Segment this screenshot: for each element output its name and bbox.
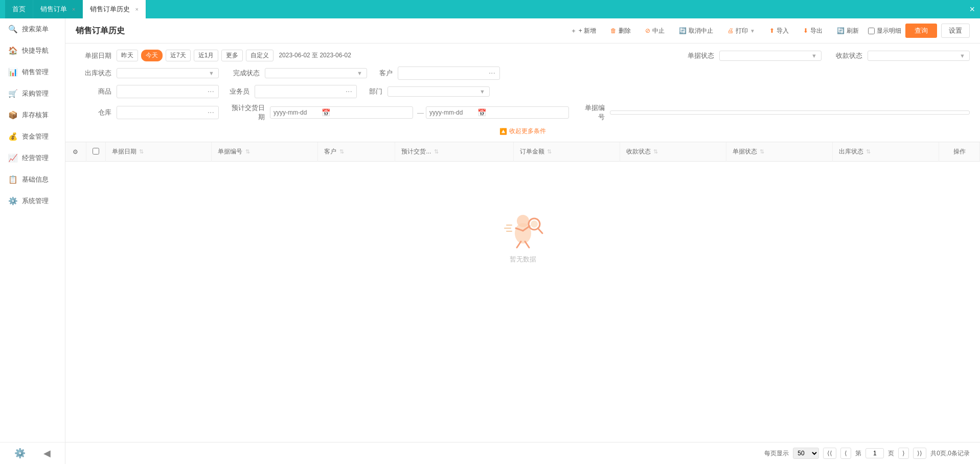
salesperson-input[interactable]: ··· (255, 85, 357, 98)
purchase-mgmt-icon: 🛒 (8, 89, 18, 98)
sidebar-settings-icon[interactable]: ⚙️ (14, 448, 26, 459)
capital-mgmt-icon: 💰 (8, 132, 18, 141)
per-page-select[interactable]: 50 10 20 100 (793, 448, 819, 459)
page-number-input[interactable] (865, 448, 884, 458)
th-out-status[interactable]: 出库状态 ⇅ (832, 142, 939, 162)
date-btn-7days[interactable]: 近7天 (166, 50, 191, 61)
dense-display-checkbox[interactable] (868, 28, 875, 34)
query-button[interactable]: 查询 (905, 24, 937, 38)
export-button[interactable]: ⬇ 导出 (798, 25, 828, 37)
tab-sales-order[interactable]: 销售订单 × (33, 0, 83, 18)
th-settings[interactable]: ⚙ (65, 142, 86, 162)
date-dash: — (417, 109, 424, 117)
last-page-button[interactable]: ⟩⟩ (913, 448, 926, 459)
date-btn-custom[interactable]: 自定义 (246, 50, 274, 61)
receipt-status-select[interactable]: ▼ (868, 51, 970, 61)
date-btn-today[interactable]: 今天 (141, 50, 163, 61)
print-button[interactable]: 🖨 打印 ▼ (722, 25, 760, 37)
expected-date-to-group: 📅 (426, 106, 569, 119)
tab-sales-order-close[interactable]: × (72, 6, 75, 12)
sidebar-item-sys-mgmt[interactable]: ⚙️ 系统管理 (0, 190, 65, 212)
filter-row-2: 出库状态 ▼ 完成状态 ▼ 客户 ··· (76, 67, 970, 80)
top-bar: 首页 销售订单 × 销售订单历史 × × (0, 0, 980, 18)
bill-no-input[interactable] (610, 111, 970, 115)
filter-area: 单据日期 昨天 今天 近7天 近1月 更多 自定义 2023-06-02 至 2… (65, 43, 980, 142)
customer-input[interactable]: ··· (398, 67, 500, 80)
sidebar-item-ops-mgmt[interactable]: 📈 经营管理 (0, 147, 65, 169)
set-button[interactable]: 设置 (941, 24, 970, 38)
cancel-stop-icon: 🔄 (679, 27, 687, 34)
sys-mgmt-icon: ⚙️ (8, 196, 18, 206)
order-amount-sort-icon: ⇅ (547, 148, 552, 154)
page-header: 销售订单历史 ＋ + 新增 🗑 删除 ⊘ 中止 🔄 取消中止 (65, 18, 980, 43)
add-button[interactable]: ＋ + 新增 (565, 25, 601, 37)
expected-date-to-input[interactable] (429, 109, 475, 116)
department-select[interactable]: ▼ (388, 86, 490, 97)
date-btn-yesterday[interactable]: 昨天 (117, 50, 138, 61)
calendar-from-icon[interactable]: 📅 (322, 108, 330, 117)
filter-row-4: 仓库 ··· 预计交货日期 📅 — 📅 单据编号 (76, 103, 970, 122)
th-date[interactable]: 单据日期 ⇅ (105, 142, 212, 162)
calendar-to-icon[interactable]: 📅 (477, 108, 486, 117)
dense-display-label: 显示明细 (868, 27, 901, 35)
department-label: 部门 (367, 87, 388, 96)
warehouse-picker-icon[interactable]: ··· (208, 108, 214, 117)
tab-sales-order-history[interactable]: 销售订单历史 × (83, 0, 146, 18)
tab-sales-order-history-close[interactable]: × (135, 6, 138, 12)
customer-picker-icon[interactable]: ··· (489, 69, 495, 78)
import-button[interactable]: ⬆ 导入 (764, 25, 794, 37)
th-bill-status[interactable]: 单据状态 ⇅ (726, 142, 833, 162)
sales-mgmt-icon: 📊 (8, 68, 18, 77)
date-btn-more[interactable]: 更多 (221, 50, 243, 61)
content-area: 销售订单历史 ＋ + 新增 🗑 删除 ⊘ 中止 🔄 取消中止 (65, 18, 980, 464)
customer-sort-icon: ⇅ (339, 148, 344, 154)
complete-status-dropdown-icon: ▼ (357, 70, 362, 76)
th-bill-no[interactable]: 单据编号 ⇅ (212, 142, 318, 162)
sidebar-item-inventory-calc[interactable]: 📦 库存核算 (0, 104, 65, 126)
complete-status-select[interactable]: ▼ (265, 68, 367, 78)
collapse-button[interactable]: 🔼 收起更多条件 (76, 127, 970, 136)
sidebar-item-search-menu[interactable]: 🔍 搜索菜单 (0, 18, 65, 40)
pagination-bar: 每页显示 50 10 20 100 ⟨⟨ ⟨ 第 页 ⟩ ⟩⟩ 共0页,0条记录 (65, 442, 980, 464)
refresh-icon: 🔄 (837, 27, 845, 34)
delete-button[interactable]: 🗑 删除 (605, 25, 636, 37)
print-icon: 🖨 (727, 27, 734, 34)
th-order-amount[interactable]: 订单金额 ⇅ (514, 142, 620, 162)
svg-point-1 (517, 215, 529, 227)
th-checkbox[interactable] (86, 142, 105, 162)
sidebar: 🔍 搜索菜单 🏠 快捷导航 📊 销售管理 🛒 采购管理 📦 库存核算 💰 资金管… (0, 18, 65, 464)
salesperson-picker-icon[interactable]: ··· (346, 87, 352, 96)
date-btn-1month[interactable]: 近1月 (194, 50, 219, 61)
warehouse-input[interactable]: ··· (117, 106, 219, 119)
out-status-select[interactable]: ▼ (117, 68, 219, 78)
date-filter-content: 昨天 今天 近7天 近1月 更多 自定义 2023-06-02 至 2023-0… (117, 50, 683, 61)
th-receipt-status[interactable]: 收款状态 ⇅ (620, 142, 726, 162)
sidebar-item-purchase-mgmt[interactable]: 🛒 采购管理 (0, 83, 65, 104)
th-expected-date[interactable]: 预计交货... ⇅ (395, 142, 514, 162)
expected-date-from-input[interactable] (274, 109, 320, 116)
select-all-checkbox[interactable] (93, 148, 99, 154)
goods-input[interactable]: ··· (117, 85, 219, 98)
stop-button[interactable]: ⊘ 中止 (640, 25, 670, 37)
add-icon: ＋ (571, 27, 577, 35)
refresh-button[interactable]: 🔄 刷新 (832, 25, 864, 37)
cancel-stop-button[interactable]: 🔄 取消中止 (674, 25, 718, 37)
goods-label: 商品 (76, 87, 117, 96)
first-page-button[interactable]: ⟨⟨ (823, 448, 836, 459)
settings-icon: ⚙ (73, 148, 78, 156)
prev-page-button[interactable]: ⟨ (840, 448, 851, 459)
sidebar-item-capital-mgmt[interactable]: 💰 资金管理 (0, 126, 65, 147)
window-close-button[interactable]: × (969, 4, 975, 15)
sidebar-item-sales-mgmt[interactable]: 📊 销售管理 (0, 61, 65, 83)
sidebar-item-basic-info[interactable]: 📋 基础信息 (0, 169, 65, 190)
expected-date-label: 预计交货日期 (229, 103, 270, 122)
goods-picker-icon[interactable]: ··· (208, 87, 214, 96)
print-dropdown-icon: ▼ (750, 28, 755, 34)
tab-home[interactable]: 首页 (5, 0, 33, 18)
date-range-text: 2023-06-02 至 2023-06-02 (279, 51, 351, 60)
sidebar-collapse-icon[interactable]: ◀ (43, 448, 51, 459)
bill-status-select[interactable]: ▼ (719, 51, 822, 61)
next-page-button[interactable]: ⟩ (898, 448, 909, 459)
th-customer[interactable]: 客户 ⇅ (318, 142, 395, 162)
sidebar-item-quick-nav[interactable]: 🏠 快捷导航 (0, 40, 65, 61)
